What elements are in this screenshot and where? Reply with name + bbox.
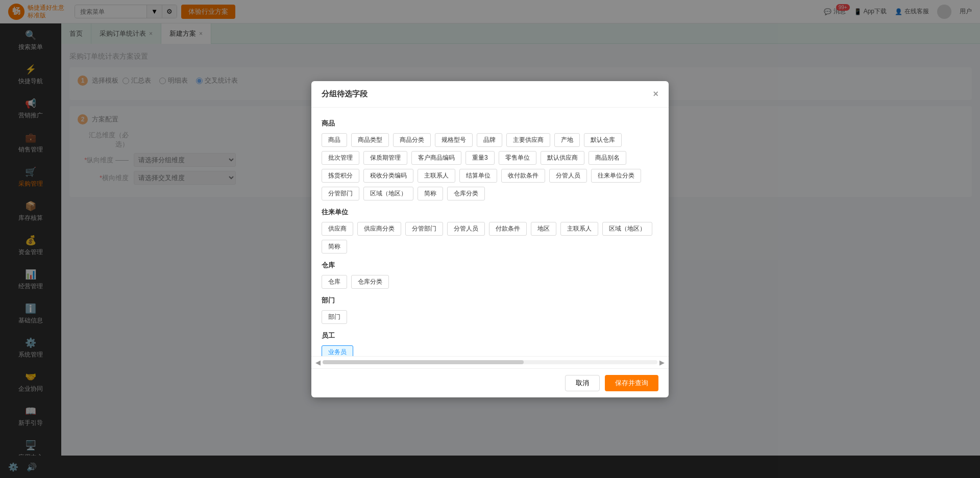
field-tag[interactable]: 主联系人: [560, 222, 598, 236]
field-tag[interactable]: 品牌: [477, 133, 502, 147]
field-tag[interactable]: 产地: [554, 133, 580, 147]
modal-header: 分组待选字段 ×: [311, 81, 669, 108]
modal-footer: 取消 保存并查询: [311, 368, 669, 397]
field-tag[interactable]: 商品别名: [589, 151, 626, 165]
field-tag[interactable]: 结算单位: [459, 169, 497, 183]
scroll-left-arrow[interactable]: ◀: [315, 359, 321, 366]
field-grid-staff: 业务员: [322, 345, 658, 356]
field-tag[interactable]: 分管人员: [447, 222, 485, 236]
field-tag[interactable]: 零售单位: [499, 151, 536, 165]
scroll-thumb[interactable]: [323, 360, 524, 364]
field-tag[interactable]: 保质期管理: [363, 151, 407, 165]
field-tag[interactable]: 区域（地区）: [602, 222, 652, 236]
field-tag[interactable]: 分管部门: [322, 187, 359, 200]
modal-cancel-button[interactable]: 取消: [565, 375, 600, 391]
modal-close-button[interactable]: ×: [653, 89, 658, 98]
field-tag[interactable]: 简称: [322, 240, 347, 254]
field-tag[interactable]: 区域（地区）: [363, 187, 413, 200]
field-tag[interactable]: 主要供应商: [506, 133, 550, 147]
field-grid-goods: 商品 商品类型 商品分类 规格型号 品牌 主要供应商 产地 默认仓库 批次管理 …: [322, 133, 658, 200]
section-title-goods: 商品: [322, 119, 658, 128]
modal-confirm-button[interactable]: 保存并查询: [605, 375, 658, 391]
field-tag[interactable]: 重量3: [465, 151, 495, 165]
field-tag-staff[interactable]: 业务员: [322, 345, 353, 356]
field-tag[interactable]: 批次管理: [322, 151, 359, 165]
scroll-track[interactable]: [323, 360, 657, 364]
field-tag[interactable]: 简称: [418, 187, 443, 200]
field-grid-warehouse: 仓库 仓库分类: [322, 275, 658, 289]
field-tag[interactable]: 仓库: [322, 275, 347, 289]
field-tag[interactable]: 付款条件: [489, 222, 527, 236]
field-tag[interactable]: 仓库分类: [351, 275, 389, 289]
field-tag[interactable]: 客户商品编码: [411, 151, 461, 165]
section-title-staff: 员工: [322, 331, 658, 340]
modal-dialog: 分组待选字段 × 商品 商品 商品类型 商品分类 规格型号 品牌 主要供应商 产…: [311, 81, 669, 397]
field-tag[interactable]: 供应商分类: [357, 222, 401, 236]
field-tag[interactable]: 部门: [322, 310, 347, 324]
field-tag[interactable]: 默认供应商: [541, 151, 584, 165]
modal-title: 分组待选字段: [322, 89, 368, 99]
field-tag[interactable]: 往来单位分类: [591, 169, 641, 183]
field-tag[interactable]: 商品: [322, 133, 347, 147]
field-grid-dept: 部门: [322, 310, 658, 324]
section-title-partner: 往来单位: [322, 208, 658, 217]
section-title-warehouse: 仓库: [322, 261, 658, 270]
field-tag[interactable]: 商品类型: [351, 133, 389, 147]
modal-overlay: 分组待选字段 × 商品 商品 商品类型 商品分类 规格型号 品牌 主要供应商 产…: [0, 0, 980, 478]
field-grid-partner: 供应商 供应商分类 分管部门 分管人员 付款条件 地区 主联系人 区域（地区） …: [322, 222, 658, 254]
field-tag[interactable]: 仓库分类: [447, 187, 485, 200]
field-tag[interactable]: 税收分类编码: [363, 169, 413, 183]
section-title-dept: 部门: [322, 296, 658, 305]
modal-body: 商品 商品 商品类型 商品分类 规格型号 品牌 主要供应商 产地 默认仓库 批次…: [311, 108, 669, 356]
field-tag[interactable]: 分管部门: [405, 222, 443, 236]
field-tag[interactable]: 商品分类: [393, 133, 431, 147]
scroll-right-arrow[interactable]: ▶: [659, 359, 665, 366]
field-tag[interactable]: 拣货积分: [322, 169, 359, 183]
field-tag[interactable]: 地区: [531, 222, 556, 236]
horizontal-scrollbar[interactable]: ◀ ▶: [311, 356, 669, 368]
field-tag[interactable]: 供应商: [322, 222, 353, 236]
field-tag[interactable]: 收付款条件: [501, 169, 545, 183]
field-tag[interactable]: 主联系人: [418, 169, 455, 183]
field-tag[interactable]: 分管人员: [549, 169, 587, 183]
field-tag[interactable]: 默认仓库: [584, 133, 622, 147]
field-tag[interactable]: 规格型号: [435, 133, 473, 147]
